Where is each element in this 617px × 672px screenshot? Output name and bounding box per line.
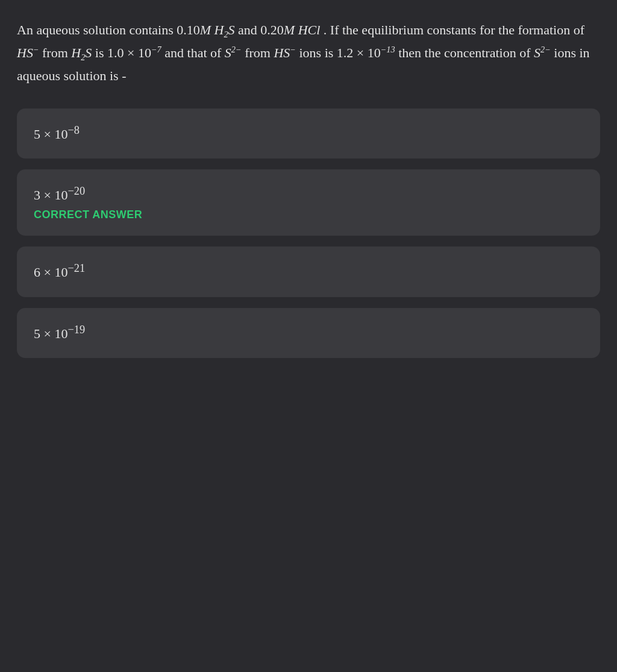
option-b[interactable]: 3 × 10−20 CORRECT ANSWER bbox=[17, 169, 600, 236]
option-d[interactable]: 5 × 10−19 bbox=[17, 308, 600, 358]
option-a-text: 5 × 10−8 bbox=[34, 123, 583, 144]
correct-answer-label: CORRECT ANSWER bbox=[34, 209, 583, 221]
question-text: An aqueous solution contains 0.10M H2S a… bbox=[17, 19, 600, 87]
options-container: 5 × 10−8 3 × 10−20 CORRECT ANSWER 6 × 10… bbox=[17, 108, 600, 358]
option-b-text: 3 × 10−20 bbox=[34, 184, 583, 205]
option-c-text: 6 × 10−21 bbox=[34, 261, 583, 282]
question-container: An aqueous solution contains 0.10M H2S a… bbox=[17, 19, 600, 358]
option-a[interactable]: 5 × 10−8 bbox=[17, 108, 600, 159]
option-c[interactable]: 6 × 10−21 bbox=[17, 247, 600, 297]
option-d-text: 5 × 10−19 bbox=[34, 322, 583, 344]
